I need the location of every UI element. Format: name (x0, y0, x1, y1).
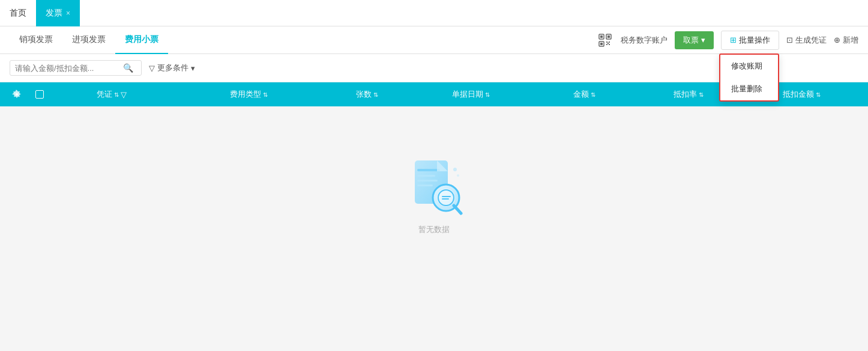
tab-sales-invoice[interactable]: 销项发票 (10, 26, 62, 54)
th-count-sort-icon: ⇅ (373, 91, 378, 98)
search-input[interactable] (15, 64, 123, 73)
tab-expense-receipt[interactable]: 费用小票 (115, 26, 168, 54)
th-voucher-filter-icon[interactable]: ▽ (121, 90, 127, 99)
th-date-label: 单据日期 (452, 89, 483, 100)
svg-point-22 (453, 168, 457, 171)
svg-rect-1 (600, 35, 603, 38)
th-gear[interactable] (5, 90, 29, 99)
batch-op-label: 批量操作 (739, 35, 770, 46)
gen-voucher-button[interactable]: ⊡ 生成凭证 (786, 35, 827, 46)
batch-op-dropdown: 修改账期 批量删除 (719, 53, 779, 102)
dropdown-item-batch-delete[interactable]: 批量删除 (720, 78, 778, 100)
th-deduct-amount-sort-icon: ⇅ (816, 91, 821, 98)
th-voucher-sort-icon: ⇅ (114, 91, 119, 98)
select-all-checkbox[interactable] (35, 90, 44, 99)
svg-rect-14 (417, 180, 438, 182)
svg-rect-15 (417, 185, 433, 186)
qr-code-button[interactable] (597, 32, 613, 49)
svg-point-23 (457, 174, 459, 177)
tab-sales-invoice-label: 销项发票 (19, 34, 53, 45)
tax-digital-button[interactable]: 税务数字账户 (621, 35, 668, 46)
th-checkbox[interactable] (29, 90, 50, 99)
take-ticket-label: 取票 (683, 35, 699, 46)
filter-icon: ▽ (149, 64, 155, 73)
svg-rect-10 (607, 43, 609, 44)
th-voucher[interactable]: 凭证 ⇅ ▽ (50, 89, 173, 100)
nav-tab-label: 发票 (46, 8, 62, 19)
nav-tab-invoice[interactable]: 发票 × (36, 0, 80, 26)
svg-rect-8 (606, 44, 607, 45)
th-expense-type-sort-icon: ⇅ (263, 91, 268, 98)
th-deduct-rate-sort-icon: ⇅ (699, 91, 704, 98)
th-expense-type-label: 费用类型 (230, 89, 261, 100)
add-button[interactable]: ⊕ 新增 (834, 35, 858, 46)
search-input-wrap[interactable]: 🔍 (10, 60, 142, 76)
svg-rect-13 (417, 175, 435, 177)
tab-expense-receipt-label: 费用小票 (125, 34, 158, 45)
th-deduct-rate-label: 抵扣率 (674, 89, 697, 100)
more-filter-chevron-icon: ▾ (191, 64, 195, 73)
th-date-sort-icon: ⇅ (485, 91, 490, 98)
empty-illustration (404, 154, 464, 215)
th-amount-label: 金额 (573, 89, 589, 100)
tab-close-icon[interactable]: × (66, 9, 70, 17)
th-count-label: 张数 (356, 89, 372, 100)
batch-icon: ⊞ (730, 35, 737, 44)
svg-rect-9 (609, 44, 610, 45)
sub-toolbar: 销项发票 进项发票 费用小票 税务数字账户 取票 (0, 26, 868, 54)
svg-rect-12 (417, 169, 440, 171)
batch-op-container: ⊞ 批量操作 修改账期 批量删除 (721, 31, 779, 50)
svg-point-17 (437, 189, 455, 207)
svg-rect-5 (600, 43, 603, 45)
th-count[interactable]: 张数 ⇅ (324, 89, 409, 100)
svg-rect-6 (606, 41, 607, 43)
th-amount-sort-icon: ⇅ (591, 91, 595, 98)
tab-purchase-invoice[interactable]: 进项发票 (62, 26, 115, 54)
add-icon: ⊕ (834, 35, 840, 44)
dropdown-item-change-period[interactable]: 修改账期 (720, 55, 778, 78)
search-icon[interactable]: 🔍 (123, 63, 133, 73)
take-ticket-chevron-icon: ▾ (701, 35, 705, 44)
more-filter-label: 更多条件 (157, 63, 188, 73)
more-filter-button[interactable]: ▽ 更多条件 ▾ (149, 63, 195, 73)
tab-purchase-invoice-label: 进项发票 (72, 34, 106, 45)
th-deduct-amount-label: 抵扣金额 (783, 89, 814, 100)
svg-rect-7 (609, 41, 610, 43)
gen-voucher-label: 生成凭证 (795, 35, 827, 46)
th-amount[interactable]: 金额 ⇅ (532, 89, 636, 100)
svg-line-19 (454, 206, 461, 213)
take-ticket-button[interactable]: 取票 ▾ (675, 31, 714, 49)
toolbar-right: 税务数字账户 取票 ▾ ⊞ 批量操作 修改账期 批量删除 ⊡ 生成凭证 ⊕ 新增 (597, 31, 858, 50)
empty-text: 暂无数据 (418, 224, 450, 235)
svg-rect-3 (607, 35, 610, 38)
th-date[interactable]: 单据日期 ⇅ (409, 89, 532, 100)
add-label: 新增 (843, 35, 858, 46)
gen-voucher-icon: ⊡ (786, 35, 793, 44)
batch-op-button[interactable]: ⊞ 批量操作 (721, 31, 779, 50)
nav-home[interactable]: 首页 (10, 8, 36, 19)
empty-state: 暂无数据 (0, 106, 868, 259)
th-voucher-label: 凭证 (97, 89, 112, 100)
th-expense-type[interactable]: 费用类型 ⇅ (173, 89, 325, 100)
top-nav: 首页 发票 × (0, 0, 868, 26)
